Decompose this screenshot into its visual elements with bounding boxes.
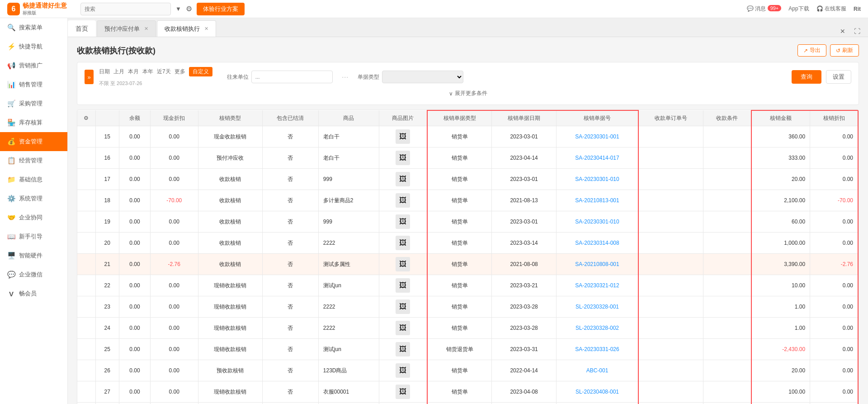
sidebar-item-wechat[interactable]: 💬 企业微信: [0, 265, 67, 284]
tab-prepay-close[interactable]: ✕: [144, 26, 148, 32]
search-input[interactable]: [80, 3, 171, 15]
date-this-year[interactable]: 本年: [142, 68, 153, 76]
receipt-no-link[interactable]: SA-20210808-001: [575, 261, 619, 267]
td-balance: 0.00: [119, 169, 151, 190]
tab-prepay[interactable]: 预付冲应付单 ✕: [97, 20, 156, 37]
receipt-no-link[interactable]: SA-20230301-010: [575, 219, 619, 225]
td-writeoff-receipt-no: SA-20230414-017: [556, 147, 638, 169]
td-goods: 2222: [318, 318, 379, 339]
sidebar-item-shortcut[interactable]: ⚡ 快捷导航: [0, 37, 67, 56]
td-index: 28: [95, 403, 119, 404]
td-goods-image: 🖼: [379, 360, 427, 381]
td-included-settled: 否: [262, 296, 318, 318]
td-icon: [77, 233, 95, 254]
sidebar-item-marketing[interactable]: 📢 营销推广: [0, 56, 67, 75]
th-goods: 商品: [318, 110, 379, 126]
date-custom-button[interactable]: 自定义: [189, 67, 212, 76]
receipt-no-link[interactable]: SL-20230328-001: [576, 304, 619, 310]
td-writeoff-receipt-type: 销货单: [427, 403, 492, 404]
date-7days[interactable]: 近7天: [157, 68, 171, 76]
sidebar-item-basic-info[interactable]: 📁 基础信息: [0, 170, 67, 189]
td-writeoff-receipt-date: 2023-04-18: [492, 403, 556, 404]
sidebar-item-inventory[interactable]: 🏪 库存核算: [0, 113, 67, 132]
td-cash-discount: 0.00: [150, 381, 198, 403]
receipt-no-link[interactable]: SA-20230414-017: [575, 155, 619, 161]
receipt-no-link[interactable]: SL-20230328-002: [576, 325, 619, 331]
sidebar-item-hardware[interactable]: 🖥️ 智能硬件: [0, 246, 67, 265]
td-writeoff-discount: 0.00: [810, 169, 858, 190]
filter-action-btns: 查询 设置: [792, 70, 851, 84]
td-writeoff-receipt-type: 销货单: [427, 190, 492, 211]
receipt-no-link[interactable]: SA-20230301-010: [575, 176, 619, 182]
from-unit-input[interactable]: [251, 71, 333, 83]
purchase-icon: 🛒: [7, 100, 15, 108]
receipt-no-link[interactable]: SA-20230321-012: [575, 282, 619, 289]
date-last-month[interactable]: 上月: [113, 68, 124, 76]
th-settings[interactable]: ⚙: [77, 110, 95, 126]
td-cash-discount: 0.00: [150, 126, 198, 147]
td-receipt-condition: [703, 190, 751, 211]
sidebar-item-operations[interactable]: 📋 经营管理: [0, 151, 67, 170]
td-icon: [77, 211, 95, 233]
tab-writeoff-close[interactable]: ✕: [204, 26, 208, 32]
sidebar-item-vip[interactable]: V 畅会员: [0, 284, 67, 303]
td-included-settled: 否: [262, 275, 318, 296]
td-receipt-order-no: [638, 147, 703, 169]
sidebar-item-system[interactable]: ⚙️ 系统管理: [0, 189, 67, 208]
td-icon: [77, 190, 95, 211]
td-cash-discount: 0.00: [150, 360, 198, 381]
sidebar-item-sales[interactable]: 📊 销售管理: [0, 75, 67, 94]
td-goods: 999: [318, 169, 379, 190]
table-header-row: ⚙ 余额 现金折扣 核销类型 包含已结清 商品 商品图片 核销单据类型 核销单据…: [77, 110, 858, 126]
filter-from-unit: 往来单位: [227, 71, 333, 83]
date-more[interactable]: 更多: [175, 68, 185, 76]
guide-icon: 📖: [7, 233, 15, 241]
th-goods-image: 商品图片: [379, 110, 427, 126]
topbar-right: 💬 消息 99+ App下载 🎧 在线客服 Rit: [747, 5, 861, 13]
sidebar-item-guide[interactable]: 📖 新手引导: [0, 227, 67, 246]
refresh-button[interactable]: ↺ 刷新: [830, 44, 859, 57]
hardware-icon: 🖥️: [7, 252, 15, 260]
td-index: 23: [95, 296, 119, 318]
sidebar-item-label: 搜索菜单: [19, 24, 42, 32]
td-index: 19: [95, 211, 119, 233]
dropdown-arrow-icon[interactable]: ▼: [175, 5, 181, 12]
filter-expand-arrow[interactable]: »: [85, 70, 94, 84]
td-included-settled: 否: [262, 147, 318, 169]
tab-expand-button[interactable]: ⛶: [852, 26, 863, 37]
tab-close-all-button[interactable]: ✕: [837, 26, 848, 37]
receipt-no-link[interactable]: SA-20230301-001: [575, 133, 619, 140]
td-writeoff-type: 现销收款核销: [198, 381, 262, 403]
th-writeoff-amount: 核销金额: [751, 110, 810, 126]
expand-more-conditions[interactable]: ∨ 展开更多条件: [85, 90, 851, 97]
td-writeoff-receipt-type: 销货单: [427, 360, 492, 381]
receipt-no-link[interactable]: SA-20230314-008: [575, 240, 619, 246]
chevron-down-icon: ∨: [449, 90, 453, 97]
export-button[interactable]: ↗ 导出: [797, 44, 826, 57]
td-goods-image: 🖼: [379, 254, 427, 275]
sidebar-item-enterprise[interactable]: 🤝 企业协同: [0, 208, 67, 227]
app-download-link[interactable]: App下载: [788, 5, 809, 13]
sidebar-item-purchase[interactable]: 🛒 采购管理: [0, 94, 67, 113]
settings-button[interactable]: 设置: [826, 70, 851, 84]
td-writeoff-type: 收款核销: [198, 211, 262, 233]
query-button[interactable]: 查询: [792, 70, 821, 84]
tab-home[interactable]: 首页: [68, 20, 96, 37]
message-icon[interactable]: 💬 消息 99+: [747, 5, 781, 13]
td-balance: 0.00: [119, 318, 151, 339]
online-service-link[interactable]: 🎧 在线客服: [816, 5, 846, 13]
tab-writeoff[interactable]: 收款核销执行 ✕: [157, 20, 216, 37]
receipt-no-link[interactable]: SA-20210813-001: [575, 197, 619, 204]
sidebar-item-finance[interactable]: 💰 资金管理: [0, 132, 67, 151]
separator-dots: ···: [342, 72, 349, 82]
receipt-no-link[interactable]: SL-20230408-001: [576, 389, 619, 395]
trial-industry-button[interactable]: 体验行业方案: [197, 3, 245, 15]
date-this-month[interactable]: 本月: [128, 68, 139, 76]
brand-logo: 6: [7, 3, 20, 15]
settings-icon[interactable]: ⚙: [186, 5, 192, 13]
receipt-no-link[interactable]: ABC-001: [586, 367, 609, 374]
receipt-no-link[interactable]: SA-20230331-026: [575, 346, 619, 352]
receipt-type-select[interactable]: [382, 71, 463, 83]
sidebar-item-label: 企业协同: [19, 214, 42, 222]
sidebar-item-search[interactable]: 🔍 搜索菜单: [0, 18, 67, 37]
